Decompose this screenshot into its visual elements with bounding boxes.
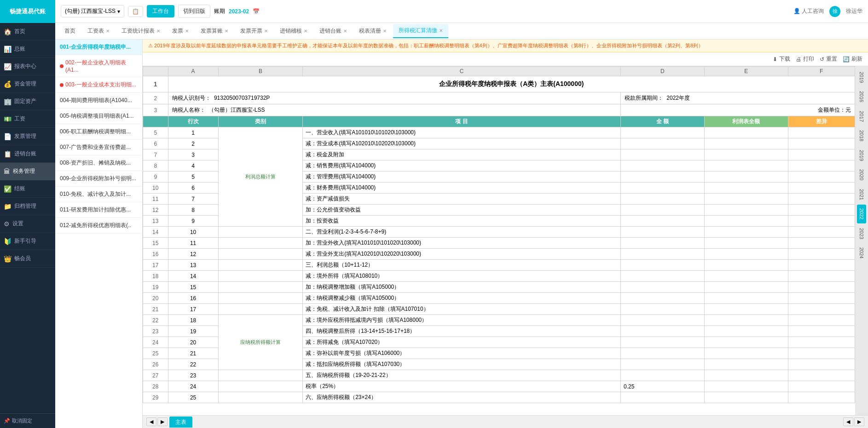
sidebar-item-finance[interactable]: 💰 资金管理: [0, 75, 55, 93]
left-item-006[interactable]: 006-职工薪酬纳税调整明细...: [55, 124, 142, 140]
tab-invoice-open[interactable]: 发票开票 ✕: [235, 24, 273, 38]
sidebar-item-assets[interactable]: 🏢 固定资产: [0, 93, 55, 110]
sheet-tab-main[interactable]: 主表: [169, 417, 192, 428]
tab-close-invoice[interactable]: ✕: [185, 29, 189, 34]
tab-payroll[interactable]: 工资表 ✕: [82, 24, 115, 38]
year-2018[interactable]: 2018: [857, 126, 866, 145]
tab-close-payroll-stats[interactable]: ✕: [156, 29, 160, 34]
left-item-005[interactable]: 005-纳税调整项目明细表(A1...: [55, 108, 142, 124]
ai-consult[interactable]: 👤 人工咨询: [793, 7, 824, 15]
download-button[interactable]: ⬇ 下载: [773, 55, 790, 63]
table-row: 18 14 减：境外所得（填写A108010）: [143, 271, 855, 282]
tab-close-sales-check[interactable]: ✕: [304, 29, 307, 34]
account-label: 账期: [214, 7, 225, 15]
content-area: 001-企业所得税年度纳税申... 002-一般企业收入明细表(A1... 00…: [55, 40, 868, 428]
sidebar-item-close[interactable]: ✅ 结账: [0, 180, 55, 198]
year-2019[interactable]: 2019: [857, 146, 866, 165]
col-header-d: D: [620, 67, 704, 76]
tab-close-sales-ledger[interactable]: ✕: [343, 29, 347, 34]
tab-income-tax[interactable]: 所得税汇算清缴 ✕: [393, 24, 448, 38]
header-quane: 全 额: [620, 116, 704, 127]
year-2021[interactable]: 2021: [857, 185, 866, 204]
table-row: 14 10 二、营业利润(1-2-3-4-5-6-7-8+9): [143, 227, 855, 238]
sidebar-item-payroll[interactable]: 💵 工资: [0, 110, 55, 128]
tab-payroll-stats[interactable]: 工资统计报表 ✕: [116, 24, 166, 38]
print-button[interactable]: 🖨 打印: [796, 55, 814, 63]
year-2016[interactable]: 2016: [857, 87, 866, 106]
warning-bar: ⚠ 2019年度涉及取以前年度延续数据的申报表单元格需要手工维护正确，才能保证本…: [143, 40, 868, 52]
tax-id-cell: 纳税人识别号： 91320500703719732P: [168, 92, 620, 104]
year-panel: 2019 2016 2017 2018 2019 2020 2021 2022 …: [855, 66, 868, 415]
scroll-left-button[interactable]: ◀: [843, 417, 853, 426]
table-header-row: 行次 类别 项 目 全 额 利润表全额 差异: [143, 116, 855, 127]
tab-tax-clearance[interactable]: 税表清册 ✕: [353, 24, 392, 38]
copy-button[interactable]: 📋: [128, 6, 143, 17]
left-item-012[interactable]: 012-减免所得税优惠明细表(..: [55, 218, 142, 234]
col-header-b: B: [218, 67, 303, 76]
tab-close-income-tax[interactable]: ✕: [439, 28, 443, 33]
tax-period-cell: 税款所属期间： 2022年度: [620, 92, 855, 104]
header-profit: 利润表全额: [704, 116, 788, 127]
category-profit-calc: 利润总额计算: [218, 127, 303, 227]
left-item-007[interactable]: 007-广告费和业务宣传费超...: [55, 140, 142, 155]
left-item-002[interactable]: 002-一般企业收入明细表(A1...: [55, 55, 142, 77]
left-item-001[interactable]: 001-企业所得税年度纳税申...: [55, 40, 142, 55]
reports-icon: 📈: [4, 63, 12, 70]
sidebar: 畅捷通易代账 🏠 首页 📊 总账 📈 报表中心 💰 资金管理 🏢 固定资产 💵 …: [0, 0, 55, 428]
year-2022[interactable]: 2022: [857, 205, 866, 223]
year-2024[interactable]: 2024: [857, 244, 866, 262]
sidebar-item-sales[interactable]: 📋 进销台账: [0, 145, 55, 163]
sidebar-item-ledger[interactable]: 📊 总账: [0, 40, 55, 58]
assets-icon: 🏢: [4, 98, 12, 105]
reset-button[interactable]: ↺ 重置: [820, 55, 837, 63]
sidebar-item-archive[interactable]: 📁 归档管理: [0, 198, 55, 215]
year-2019-top[interactable]: 2019: [857, 68, 866, 86]
tab-sales-check[interactable]: 进销稽核 ✕: [274, 24, 313, 38]
year-2017[interactable]: 2017: [857, 107, 866, 126]
sidebar-item-settings[interactable]: ⚙ 设置: [0, 215, 55, 233]
header-diff: 差异: [788, 116, 855, 127]
sheet-next-button[interactable]: ▶: [157, 417, 168, 426]
tab-close-payroll[interactable]: ✕: [106, 29, 110, 34]
currency-cell: 金额单位：元: [620, 104, 855, 116]
left-item-008[interactable]: 008-资产折旧、摊销及纳税...: [55, 155, 142, 171]
company-label: (勾册) 江西服宝-LSS: [65, 7, 116, 15]
sidebar-item-home[interactable]: 🏠 首页: [0, 23, 55, 40]
col-header-row: [143, 67, 168, 76]
tab-home[interactable]: 首页: [59, 24, 81, 38]
sidebar-item-guide[interactable]: 🔰 新手引导: [0, 233, 55, 250]
tab-close-invoice-calc[interactable]: ✕: [225, 29, 228, 34]
pin-button[interactable]: 📌 取消固定: [0, 414, 55, 428]
switch-version-button[interactable]: 切到旧版: [178, 5, 210, 18]
table-row: 17 13 三、利润总额（10+11-12）: [143, 260, 855, 271]
left-item-003[interactable]: 003-一般企业成本支出明细...: [55, 77, 142, 93]
tab-sales-ledger[interactable]: 进销台账 ✕: [314, 24, 353, 38]
tab-invoice[interactable]: 发票 ✕: [167, 24, 194, 38]
refresh-button[interactable]: 🔄 刷新: [843, 55, 862, 63]
table-container[interactable]: A B C D E F 1 企业所: [143, 66, 855, 415]
company-selector[interactable]: (勾册) 江西服宝-LSS ▾: [61, 5, 124, 17]
left-item-010[interactable]: 010-免税、减计收入及加计...: [55, 187, 142, 202]
sidebar-item-vip[interactable]: 👑 畅会员: [0, 250, 55, 268]
table-row-title: 1 企业所得税年度纳税申报表（A类）主表(A100000): [143, 76, 855, 92]
vip-icon: 👑: [4, 255, 12, 263]
close-icon: ✅: [4, 185, 12, 193]
year-2023[interactable]: 2023: [857, 224, 866, 243]
tab-close-invoice-open[interactable]: ✕: [264, 29, 268, 34]
sheet-prev-button[interactable]: ◀: [146, 417, 156, 426]
sidebar-item-tax[interactable]: 🏛 税务管理: [0, 163, 55, 180]
workbench-button[interactable]: 工作台: [147, 5, 174, 17]
guide-icon: 🔰: [4, 238, 12, 245]
left-item-011[interactable]: 011-研发费用加计扣除优惠...: [55, 202, 142, 218]
year-2020[interactable]: 2020: [857, 165, 866, 184]
spreadsheet: A B C D E F 1 企业所: [143, 66, 855, 403]
tab-invoice-calc[interactable]: 发票算账 ✕: [195, 24, 234, 38]
calendar-icon[interactable]: 📅: [253, 8, 260, 15]
scroll-right-button[interactable]: ▶: [854, 417, 864, 426]
left-item-009[interactable]: 009-企业所得税附加补亏损明...: [55, 171, 142, 187]
sidebar-item-invoice[interactable]: 📄 发票管理: [0, 128, 55, 145]
home-icon: 🏠: [4, 28, 12, 35]
tab-close-tax-clearance[interactable]: ✕: [383, 29, 387, 34]
sidebar-item-reports[interactable]: 📈 报表中心: [0, 58, 55, 75]
left-item-004[interactable]: 004-期间费用明细表(A1040...: [55, 93, 142, 108]
